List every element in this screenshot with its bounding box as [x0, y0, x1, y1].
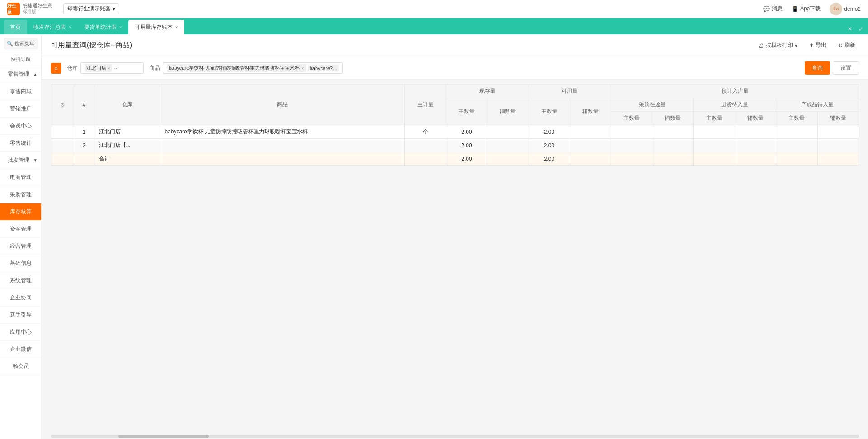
username-label: demo2 — [844, 6, 861, 12]
tab-order-stats[interactable]: 要货单统计表 × — [78, 20, 128, 34]
row1-pp-main — [693, 125, 735, 139]
quick-nav-button[interactable]: 快捷导航 — [0, 53, 41, 66]
sidebar-item-inventory[interactable]: 库存核算 — [0, 203, 41, 221]
scroll-thumb[interactable] — [118, 435, 209, 438]
footer-product — [160, 152, 405, 166]
search-menu-button[interactable]: 🔍 搜索菜单 — [4, 38, 38, 49]
export-button[interactable]: ⬆ 导出 — [806, 40, 830, 51]
sidebar-item-basic-info[interactable]: 基础信息 — [0, 255, 41, 272]
export-label: 导出 — [816, 42, 826, 49]
footer-pp-main — [693, 152, 735, 166]
expand-filter-button[interactable]: » — [51, 63, 61, 74]
sidebar-item-member-center[interactable]: 会员中心 — [0, 118, 41, 135]
tab-order-close[interactable]: × — [119, 25, 122, 30]
export-icon: ⬆ — [809, 42, 814, 49]
row2-prod-main — [776, 139, 817, 152]
sidebar-item-operations[interactable]: 经营管理 — [0, 238, 41, 255]
warehouse-more-icon[interactable]: ··· — [114, 65, 118, 71]
sidebar-item-retail-mall[interactable]: 零售商城 — [0, 83, 41, 100]
sidebar-item-marketing[interactable]: 营销推广 — [0, 100, 41, 118]
chevron-down-icon: ▾ — [113, 6, 115, 12]
print-label: 按模板打印 — [766, 42, 793, 49]
message-button[interactable]: 💬 消息 — [763, 5, 783, 13]
logo-text-area: 畅捷通好生意 标准版 — [23, 3, 52, 15]
user-menu[interactable]: Ea demo2 — [830, 3, 861, 15]
tab-available-stock[interactable]: 可用量库存账本 × — [128, 20, 184, 34]
sidebar-item-new-guide[interactable]: 新手引导 — [0, 307, 41, 324]
logo-area: 好生意 畅捷通好生意 标准版 — [7, 3, 52, 15]
row2-warehouse: 江北门店【... — [94, 139, 160, 152]
member-label: 畅会员 — [4, 363, 38, 370]
filter-bar: » 仓库 江北门店 × ··· 商品 babycare学饮杯 儿童防摔防撞吸管杯… — [42, 57, 868, 80]
footer-label: 合计 — [94, 152, 160, 166]
refresh-button[interactable]: ↻ 刷新 — [835, 40, 859, 51]
sidebar-item-finance[interactable]: 资金管理 — [0, 221, 41, 238]
sidebar-item-ecom-mgmt[interactable]: 电商管理 — [0, 169, 41, 186]
footer-pt-aux — [652, 152, 693, 166]
warehouse-filter-group: 仓库 江北门店 × ··· — [67, 62, 144, 74]
close-all-button[interactable]: ✕ — [846, 25, 854, 33]
top-bar-right: 💬 消息 📱 App下载 Ea demo2 — [763, 3, 861, 15]
sidebar: 🔍 搜索菜单 快捷导航 零售管理 ▲ 零售商城 营销推广 会员中心 零售统计 — [0, 34, 42, 439]
wholesale-mgmt-label: 批发管理 — [4, 156, 33, 164]
data-table: ⚙ # 仓库 商品 主计量 现存量 可用量 预计入库量 主数量 辅数量 主数量 — [51, 84, 859, 166]
product-filter-group: 商品 babycare学饮杯 儿童防摔防撞吸管杯重力球吸嘴杯宝宝水杯 × bab… — [149, 62, 343, 74]
product-tag-2: babycare?... — [308, 65, 339, 71]
row1-cur-main: 2.00 — [446, 125, 487, 139]
footer-unit — [405, 152, 446, 166]
warehouse-tag-remove[interactable]: × — [108, 66, 110, 71]
settings-button[interactable]: 设置 — [833, 61, 859, 75]
col-settings[interactable]: ⚙ — [51, 85, 74, 125]
row1-pt-main — [611, 125, 652, 139]
tab-home-label: 首页 — [10, 24, 21, 31]
warehouse-filter-label: 仓库 — [67, 64, 78, 72]
row2-pt-aux — [652, 139, 693, 152]
industry-select[interactable]: 母婴行业演示账套 ▾ — [63, 3, 119, 14]
footer-pp-aux — [735, 152, 776, 166]
warehouse-filter-input[interactable]: 江北门店 × ··· — [80, 62, 144, 74]
tab-receive-label: 收发存汇总表 — [33, 24, 66, 31]
tab-home[interactable]: 首页 — [4, 20, 27, 34]
nav-tabs: 首页 收发存汇总表 × 要货单统计表 × 可用量库存账本 × ✕ ⤢ — [0, 18, 868, 34]
row1-pt-aux — [652, 125, 693, 139]
sidebar-item-wholesale-mgmt[interactable]: 批发管理 ▼ — [0, 152, 41, 169]
tab-receive-summary[interactable]: 收发存汇总表 × — [27, 20, 78, 34]
sidebar-item-purchase-mgmt[interactable]: 采购管理 — [0, 186, 41, 203]
sidebar-item-enterprise-wechat[interactable]: 企业微信 — [0, 341, 41, 358]
tab-receive-close[interactable]: × — [69, 25, 71, 30]
footer-avail-main: 2.00 — [528, 152, 570, 166]
sidebar-item-retail-stats[interactable]: 零售统计 — [0, 135, 41, 152]
row1-product: babycare学饮杯 儿童防摔防撞吸管杯重力球吸嘴杯宝宝水杯 — [160, 125, 405, 139]
settings-icon[interactable]: ⚙ — [60, 102, 65, 108]
purchase-mgmt-label: 采购管理 — [4, 191, 38, 198]
product-tag-remove[interactable]: × — [301, 66, 304, 71]
member-center-label: 会员中心 — [4, 122, 38, 130]
sidebar-item-member[interactable]: 畅会员 — [0, 358, 41, 375]
sidebar-item-enterprise-collab[interactable]: 企业协同 — [0, 289, 41, 307]
chevron-down-icon: ▼ — [33, 158, 38, 163]
tab-available-close[interactable]: × — [175, 25, 178, 30]
print-button[interactable]: 🖨 按模板打印 ▾ — [755, 40, 801, 51]
refresh-label: 刷新 — [844, 42, 855, 49]
footer-prod-main — [776, 152, 817, 166]
product-filter-input[interactable]: babycare学饮杯 儿童防摔防撞吸管杯重力球吸嘴杯宝宝水杯 × babyca… — [163, 62, 343, 74]
query-button[interactable]: 查询 — [805, 61, 830, 75]
app-download-button[interactable]: 📱 App下载 — [792, 5, 821, 13]
avatar-text: Ea — [833, 6, 839, 11]
row1-prod-aux — [817, 125, 859, 139]
col-product-header: 商品 — [160, 85, 405, 125]
system-mgmt-label: 系统管理 — [4, 277, 38, 284]
sidebar-item-app-center[interactable]: 应用中心 — [0, 324, 41, 341]
row2-prod-aux — [817, 139, 859, 152]
sidebar-item-retail-mgmt[interactable]: 零售管理 ▲ — [0, 66, 41, 83]
retail-stats-label: 零售统计 — [4, 139, 38, 147]
maximize-button[interactable]: ⤢ — [857, 25, 864, 33]
sidebar-item-system-mgmt[interactable]: 系统管理 — [0, 272, 41, 289]
col-purchase-pending-header: 进货待入量 — [693, 98, 776, 112]
table-footer-row: 合计 2.00 2.00 — [51, 152, 859, 166]
top-bar-left: 好生意 畅捷通好生意 标准版 母婴行业演示账套 ▾ — [7, 3, 119, 15]
row1-warehouse: 江北门店 — [94, 125, 160, 139]
scroll-track[interactable] — [51, 435, 859, 438]
table-row: 1 江北门店 babycare学饮杯 儿童防摔防撞吸管杯重力球吸嘴杯宝宝水杯 个… — [51, 125, 859, 139]
footer-cur-aux — [487, 152, 528, 166]
